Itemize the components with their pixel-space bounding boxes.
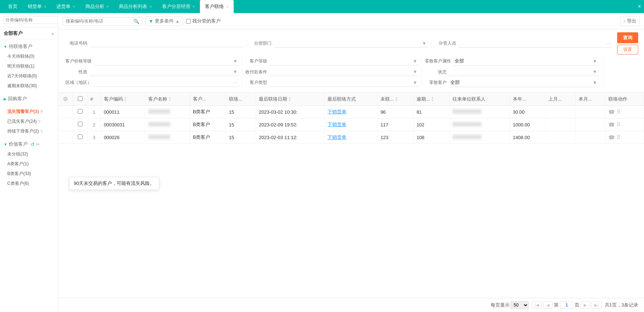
triangle-icon2: ▶ <box>4 97 7 101</box>
search-box: 🔍 <box>63 17 142 25</box>
search-button[interactable]: 🔍 <box>133 19 139 24</box>
checkbox-cell3 <box>73 131 87 144</box>
close-sales-tab[interactable]: × <box>44 4 46 9</box>
class-a[interactable]: A类客户(1) <box>0 159 58 169</box>
question-icon3: ? <box>40 129 43 134</box>
edit-icon[interactable]: ✏ <box>36 142 40 147</box>
uncontacted-sort-icon[interactable]: ▲▼ <box>395 96 398 102</box>
filter-row-2: 客户价格等级 ▼ 客户等级 ▼ 零散客户属性 全部 <box>63 57 640 66</box>
close-product-list-tab[interactable]: × <box>149 4 152 9</box>
select-all-checkbox[interactable] <box>78 96 82 101</box>
contact-icon-row2[interactable]: ☎ <box>608 122 615 127</box>
class-b[interactable]: B类客户(33) <box>0 169 58 179</box>
zero-attr-select[interactable]: 全部 ▼ <box>453 57 599 66</box>
name-sort-icon[interactable]: ▲▼ <box>168 96 171 102</box>
settings-button[interactable]: 设置 <box>617 45 638 54</box>
tab-purchase[interactable]: 进货单 × <box>51 0 80 13</box>
today-contact[interactable]: 今天待联络(0) <box>0 52 58 61</box>
status-select[interactable]: ▼ <box>449 68 599 76</box>
date-sort-icon[interactable]: ▲▼ <box>288 96 291 102</box>
table-row: 3 000026 B类客户 15 2023-02-03 11:12: 下销货单 … <box>58 131 644 144</box>
close-customer-contact-tab[interactable]: × <box>226 4 228 9</box>
tab-sales[interactable]: 销货单 × <box>23 0 51 13</box>
payment-select[interactable]: ▼ <box>269 68 419 76</box>
query-button[interactable]: 查询 <box>617 32 638 43</box>
row1-last-month <box>546 106 576 118</box>
checkbox-column <box>73 93 87 106</box>
refresh-icon[interactable]: ↺ <box>31 142 35 147</box>
ellipsis-icon[interactable]: ··· <box>607 40 611 46</box>
close-purchase-tab[interactable]: × <box>73 4 75 9</box>
region-select[interactable]: ··· <box>94 78 239 87</box>
close-customer-layer-tab[interactable]: × <box>193 4 195 9</box>
customer-type-select[interactable]: ▼ <box>269 79 419 87</box>
filter-row-1: 电话号码 分管部门 ▼ 分管人员 ··· <box>63 32 640 54</box>
manager-select[interactable]: ··· <box>458 39 612 48</box>
overdue-sort-icon[interactable]: ▲▼ <box>431 96 434 102</box>
class-c[interactable]: C类客户(6) <box>0 179 58 189</box>
row3-last-way: 下销货单 <box>325 131 378 144</box>
more-conditions-btn[interactable]: ▼ 更多条件 ▲ <box>145 16 183 26</box>
row1-checkbox[interactable] <box>78 109 82 114</box>
ungrouped[interactable]: 未分组(32) <box>0 149 58 159</box>
prev-page-btn[interactable]: ◀ <box>543 301 552 309</box>
dept-select[interactable]: ▼ <box>274 40 428 48</box>
gender-select[interactable]: ▼ <box>89 68 239 76</box>
row3-uncontacted: 123 <box>377 131 413 144</box>
value-title[interactable]: ▼ 价值客户 ↺ ✏ <box>0 139 58 149</box>
contact-icon-row1[interactable]: ☎ <box>608 109 615 115</box>
tomorrow-contact[interactable]: 明天待联络(1) <box>0 61 58 71</box>
more-icon-row1[interactable]: ⠿ <box>617 109 620 115</box>
pending-contact-title[interactable]: ▼ 待联络客户 <box>0 41 58 52</box>
table-row: 1 000011 B类客户 15 2023-03-02 10:30: 下销货单 … <box>58 106 644 118</box>
contact-icon-row3[interactable]: ☎ <box>608 134 615 140</box>
declining-customers[interactable]: 持续下滑客户(2) ? <box>0 126 58 136</box>
export-button[interactable]: ↑ 导出 <box>620 16 640 26</box>
window-close[interactable]: × <box>638 3 641 10</box>
tab-customer-layer[interactable]: 客户分层经营 × <box>157 0 200 13</box>
churn-warning-item[interactable]: 流失预警客户(3) ? <box>0 107 58 117</box>
contact-column-header: 联络... <box>226 93 256 106</box>
gear-icon[interactable]: ⚙ <box>63 96 68 102</box>
ellipsis-icon2[interactable]: ··· <box>233 80 238 85</box>
zero-customer-select[interactable]: 全部 ▼ <box>449 78 599 87</box>
tab-bar: 首页 销货单 × 进货单 × 商品分析 × 商品分析列表 × 客户分层经营 × … <box>0 0 644 13</box>
tab-product-analysis[interactable]: 商品分析 × <box>80 0 114 13</box>
already-churned[interactable]: 已流失客户(24) ? <box>0 117 58 126</box>
uncontacted-column-header: 未联... ▲▼ <box>377 93 413 106</box>
price-grade-select[interactable]: ▼ <box>94 57 239 65</box>
overdue-contact[interactable]: 逾期未联络(30) <box>0 81 58 91</box>
customer-grade-select[interactable]: ▼ <box>269 57 419 65</box>
more-icon-row2[interactable]: ⠿ <box>617 122 620 127</box>
code-sort-icon[interactable]: ▲▼ <box>124 96 127 102</box>
filter-panel: 电话号码 分管部门 ▼ 分管人员 ··· <box>58 29 644 93</box>
row1-contact: 15 <box>226 106 256 118</box>
my-customers-checkbox[interactable] <box>186 19 191 24</box>
phone-input[interactable] <box>89 40 243 47</box>
last-page-btn[interactable]: ▶| <box>591 301 601 309</box>
repurchase-section: ▶ 回购客户 <box>0 92 58 105</box>
more-icon-row3[interactable]: ⠿ <box>617 134 620 140</box>
tab-product-list[interactable]: 商品分析列表 × <box>114 0 157 13</box>
row1-uncontacted: 96 <box>377 106 413 118</box>
week-contact[interactable]: 近7天待联络(0) <box>0 71 58 81</box>
chevron-down-icon3: ▼ <box>412 58 417 64</box>
close-product-analysis-tab[interactable]: × <box>106 4 109 9</box>
tab-home[interactable]: 首页 <box>3 0 23 13</box>
row2-checkbox[interactable] <box>78 122 82 126</box>
page-input[interactable] <box>560 301 573 309</box>
next-page-btn[interactable]: ▶ <box>581 301 590 309</box>
first-page-btn[interactable]: |◀ <box>532 301 542 309</box>
row3-checkbox[interactable] <box>78 134 82 139</box>
page-size-selector: 每页显示 50 100 <box>491 301 529 309</box>
row2-uncontacted: 117 <box>377 118 413 131</box>
sidebar-all-customers[interactable]: 全部客户 « <box>0 27 58 40</box>
search-input[interactable] <box>66 19 132 24</box>
page-size-select[interactable]: 50 100 <box>510 301 529 309</box>
repurchase-title[interactable]: ▶ 回购客户 <box>0 94 58 104</box>
tab-customer-contact[interactable]: 客户联络 × <box>200 0 233 13</box>
filter-customer-grade: 客户等级 ▼ <box>242 57 422 65</box>
sidebar-search-input[interactable] <box>3 16 58 24</box>
row3-this-month <box>575 131 605 144</box>
row2-name <box>145 118 190 131</box>
